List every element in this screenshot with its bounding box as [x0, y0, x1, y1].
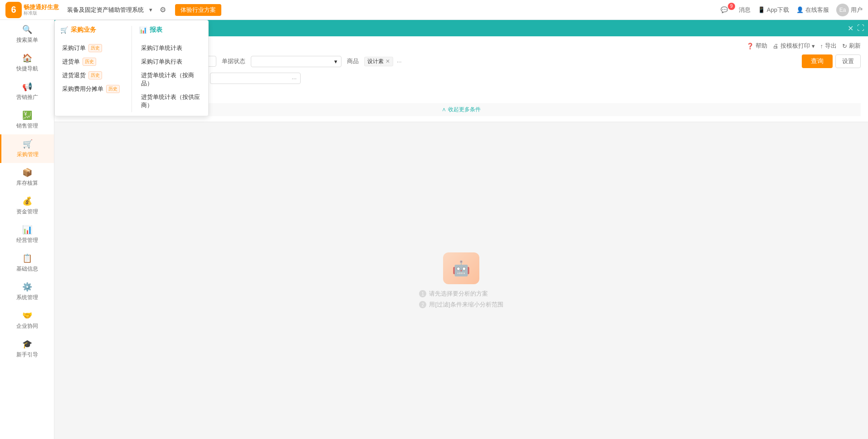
dropdown-item-purchase-order[interactable]: 采购订单 历史: [60, 41, 124, 55]
action-buttons: 查询 设置: [802, 54, 861, 68]
sidebar-item-basic[interactable]: 📋 基础信息: [0, 249, 54, 277]
sidebar-item-system[interactable]: ⚙️ 系统管理: [0, 277, 54, 306]
user-item[interactable]: Ea 用户: [836, 4, 863, 16]
sidebar-item-finance[interactable]: 💰 资金管理: [0, 192, 54, 220]
dropdown-item-inbound[interactable]: 进货单 历史: [60, 55, 124, 69]
logo-sub: 标准版: [24, 10, 59, 16]
sidebar-item-label: 库存核算: [16, 179, 38, 187]
reports-menu-icon: 📊: [139, 26, 147, 34]
print-icon: 🖨: [773, 43, 779, 49]
print-button[interactable]: 🖨 按模板打印 ▾: [773, 42, 815, 50]
sidebar-item-marketing[interactable]: 📢 营销推广: [0, 77, 54, 106]
sidebar-item-quick[interactable]: 🏠 快捷导航: [0, 49, 54, 77]
search-button[interactable]: 查询: [802, 54, 833, 68]
sidebar-item-label: 新手引导: [16, 351, 38, 359]
marketing-icon: 📢: [22, 82, 32, 92]
sidebar-item-label: 资金管理: [16, 208, 38, 216]
circle-1: 1: [419, 290, 426, 297]
sidebar-item-search[interactable]: 🔍 搜索菜单: [0, 20, 54, 49]
salesman-dots: ···: [292, 75, 297, 82]
tab-close-all-icon[interactable]: ✕: [848, 24, 853, 33]
dropdown-menu: 🛒 采购业务 采购订单 历史 进货单 历史 进货退货 历史 采购费用分摊单 历史: [54, 20, 209, 116]
export-icon: ↑: [820, 43, 824, 49]
inventory-icon: 📦: [22, 168, 32, 178]
app-label: App下载: [767, 6, 789, 14]
export-button[interactable]: ↑ 导出: [820, 42, 837, 50]
sidebar-item-inventory[interactable]: 📦 库存核算: [0, 163, 54, 192]
refresh-label: 刷新: [849, 42, 861, 50]
export-label: 导出: [825, 42, 837, 50]
goods-tag-text: 设计素: [367, 58, 384, 65]
system-title: 装备及固定资产辅助管理系统: [67, 6, 144, 14]
salesman-select[interactable]: ···: [210, 73, 301, 84]
dropdown-item-purchase-order-exec[interactable]: 采购订单执行表: [139, 55, 203, 69]
empty-illustration: 🤖: [443, 252, 479, 284]
dropdown-item-inbound-stat-supplier[interactable]: 进货单统计表（按供应商）: [139, 90, 203, 112]
top-bar-right: 💬 9 消息 📱 App下载 👤 在线客服 Ea 用户: [721, 4, 863, 16]
refresh-button[interactable]: ↻ 刷新: [842, 42, 861, 50]
message-label: 消息: [739, 6, 751, 14]
gear-icon[interactable]: ⚙: [160, 5, 166, 14]
dropdown-item-inbound-stat-goods[interactable]: 进货单统计表（按商品）: [139, 69, 203, 90]
help-button[interactable]: ❓ 帮助: [746, 42, 767, 50]
help-icon: ❓: [746, 43, 754, 49]
dropdown-purchase-col: 🛒 采购业务 采购订单 历史 进货单 历史 进货退货 历史 采购费用分摊单 历史: [55, 26, 130, 112]
print-arrow: ▾: [812, 43, 815, 49]
online-service-item[interactable]: 👤 在线客服: [796, 6, 829, 14]
sidebar-item-label: 企业协同: [16, 322, 38, 330]
sidebar-item-sales[interactable]: 💹 销售管理: [0, 106, 54, 134]
industry-button[interactable]: 体验行业方案: [175, 4, 221, 16]
goods-more-icon[interactable]: ···: [397, 58, 402, 65]
sidebar-item-purchase[interactable]: 🛒 采购管理: [0, 134, 54, 163]
setting-button[interactable]: 设置: [835, 54, 861, 68]
hist-badge: 历史: [83, 58, 96, 66]
service-icon: 👤: [796, 6, 804, 13]
top-bar: 6 畅捷通好生意 标准版 装备及固定资产辅助管理系统 ▾ ⚙ 体验行业方案 💬 …: [0, 0, 868, 20]
dropdown-reports-title: 📊 报表: [139, 26, 203, 37]
dropdown-reports-col: 📊 报表 采购订单统计表 采购订单执行表 进货单统计表（按商品） 进货单统计表（…: [134, 26, 209, 112]
user-label: 用户: [851, 6, 863, 14]
goods-tag-close-icon[interactable]: ✕: [385, 58, 390, 64]
top-bar-left: 6 畅捷通好生意 标准版 装备及固定资产辅助管理系统 ▾ ⚙ 体验行业方案: [5, 2, 221, 18]
collapse-icon: ∧: [442, 106, 446, 113]
avatar: Ea: [836, 4, 849, 16]
sidebar-item-label: 采购管理: [17, 151, 39, 158]
sidebar: 🔍 搜索菜单 🏠 快捷导航 📢 营销推广 💹 销售管理 🛒 采购管理 📦 库存核…: [0, 20, 54, 439]
guide-icon: 🎓: [22, 339, 32, 349]
sidebar-item-operation[interactable]: 📊 经营管理: [0, 220, 54, 249]
sidebar-item-guide[interactable]: 🎓 新手引导: [0, 335, 54, 363]
app-download-item[interactable]: 📱 App下载: [758, 6, 789, 14]
home-icon: 🏠: [22, 53, 32, 63]
service-label: 在线客服: [805, 6, 829, 14]
empty-hint-2: 2 用[过滤]条件来缩小分析范围: [419, 301, 503, 309]
message-badge: 9: [728, 3, 735, 10]
content-area: 🤖 1 请先选择要分析的方案 2 用[过滤]条件来缩小分析范围: [54, 122, 868, 439]
dropdown-purchase-title: 🛒 采购业务: [60, 26, 124, 37]
message-icon: 💬: [721, 6, 728, 13]
goods-label: 商品: [347, 57, 359, 65]
sidebar-item-cooperation[interactable]: 🤝 企业协同: [0, 306, 54, 335]
status-select[interactable]: ▾: [251, 56, 341, 67]
sidebar-item-label: 搜索菜单: [16, 36, 38, 44]
operation-icon: 📊: [22, 225, 32, 235]
logo-icon: 6: [5, 2, 22, 18]
purchase-icon: 🛒: [23, 139, 33, 149]
dropdown-item-purchase-order-stat[interactable]: 采购订单统计表: [139, 41, 203, 55]
system-dropdown-arrow[interactable]: ▾: [149, 6, 152, 13]
search-icon: 🔍: [22, 25, 32, 35]
goods-tag: 设计素 ✕: [364, 57, 393, 66]
dropdown-item-expense[interactable]: 采购费用分摊单 历史: [60, 82, 124, 96]
dropdown-divider: [132, 26, 132, 112]
finance-icon: 💰: [22, 196, 32, 206]
sidebar-item-label: 营销推广: [16, 94, 38, 101]
logo-area: 6 畅捷通好生意 标准版: [5, 2, 60, 18]
empty-state: 🤖 1 请先选择要分析的方案 2 用[过滤]条件来缩小分析范围: [419, 252, 503, 309]
tab-expand-icon[interactable]: ⛶: [857, 24, 864, 33]
logo-text: 畅捷通好生意 标准版: [24, 4, 59, 16]
circle-2: 2: [419, 301, 426, 308]
message-item[interactable]: 💬 9 消息: [721, 6, 751, 14]
dropdown-item-return[interactable]: 进货退货 历史: [60, 69, 124, 82]
logo-main: 畅捷通好生意: [24, 4, 59, 11]
help-label: 帮助: [756, 42, 767, 50]
refresh-icon: ↻: [842, 43, 847, 49]
